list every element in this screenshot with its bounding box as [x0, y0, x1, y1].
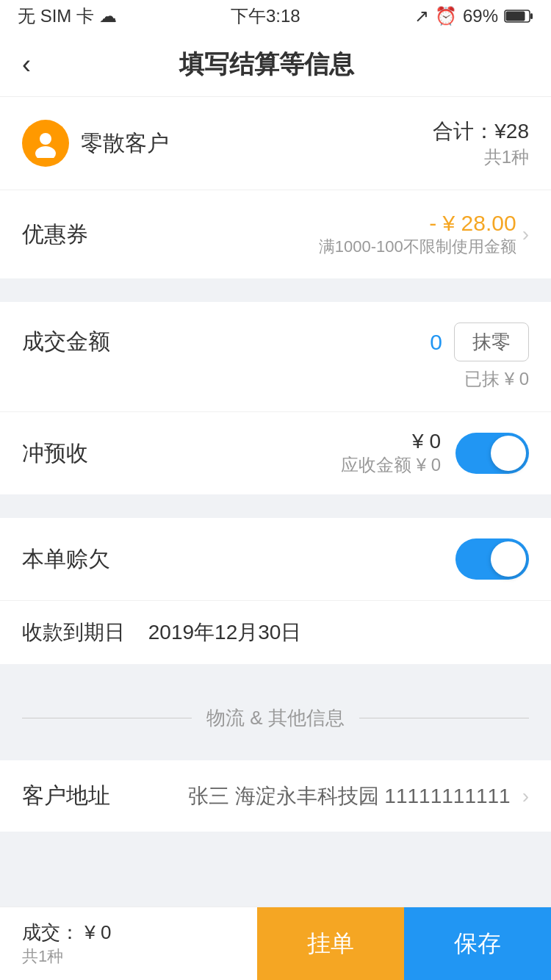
battery-level: 69%: [463, 6, 498, 26]
address-chevron-icon: ›: [522, 785, 529, 808]
customer-left: 零散客户: [22, 120, 169, 167]
credit-row: 本单赊欠: [0, 518, 551, 600]
bottom-deal-label: 成交：: [22, 921, 79, 943]
bottom-bar: 成交： ¥ 0 共1种 挂单 保存: [0, 907, 551, 980]
avatar-icon: [31, 129, 60, 158]
advance-values: ¥ 0 应收金额 ¥ 0: [341, 430, 441, 477]
amount-value[interactable]: 0: [430, 330, 442, 355]
svg-rect-2: [506, 12, 525, 21]
address-label: 客户地址: [22, 781, 110, 811]
advance-toggle[interactable]: [455, 433, 529, 474]
logistics-title: 物流 & 其他信息: [192, 705, 359, 731]
status-left: 无 SIM 卡 ☁: [18, 4, 117, 28]
bottom-actions: 挂单 保存: [257, 907, 551, 980]
chevron-right-icon: ›: [522, 223, 529, 246]
address-row[interactable]: 客户地址 张三 海淀永丰科技园 11111111111 ›: [0, 760, 551, 832]
customer-total: 合计：¥28: [433, 118, 529, 145]
advance-amount: ¥ 0: [341, 430, 441, 453]
address-value: 张三 海淀永丰科技园 11111111111: [110, 782, 522, 810]
bottom-count: 共1种: [22, 945, 235, 968]
amount-row: 成交金额 0 抹零 已抹 ¥ 0: [0, 302, 551, 411]
section-divider-1: [0, 290, 551, 302]
coupon-right: - ¥ 28.00 满1000-100不限制使用金额 ›: [319, 211, 529, 258]
svg-point-3: [40, 133, 51, 145]
logistics-section: 物流 & 其他信息: [0, 688, 551, 749]
amount-right: 0 抹零: [430, 323, 529, 361]
bottom-deal: 成交： ¥ 0: [22, 920, 235, 945]
advance-right: ¥ 0 应收金额 ¥ 0: [341, 430, 529, 477]
coupon-label: 优惠券: [22, 220, 88, 250]
coupon-amount: - ¥ 28.00: [319, 211, 516, 236]
customer-right: 合计：¥28 共1种: [433, 118, 529, 169]
section-divider-3: [0, 676, 551, 688]
status-time: 下午3:18: [231, 4, 300, 28]
duedate-row: 收款到期日 2019年12月30日: [0, 600, 551, 664]
svg-rect-1: [530, 13, 533, 19]
nav-title: 填写结算等信息: [46, 48, 488, 82]
customer-row: 零散客户 合计：¥28 共1种: [0, 97, 551, 190]
section-divider-2: [0, 506, 551, 518]
logistics-header: 物流 & 其他信息: [0, 688, 551, 749]
back-button[interactable]: ‹: [22, 49, 31, 80]
bottom-info: 成交： ¥ 0 共1种: [0, 920, 257, 968]
round-button[interactable]: 抹零: [454, 323, 529, 361]
hang-button[interactable]: 挂单: [257, 907, 404, 980]
customer-avatar: [22, 120, 69, 167]
duedate-label: 收款到期日: [22, 621, 125, 644]
amount-sub: 已抹 ¥ 0: [22, 367, 529, 391]
alarm-icon: ⏰: [435, 6, 457, 26]
location-icon: ↗: [414, 6, 429, 26]
customer-section: 零散客户 合计：¥28 共1种 优惠券 - ¥ 28.00 满1000-100不…: [0, 97, 551, 278]
nav-bar: ‹ 填写结算等信息: [0, 32, 551, 97]
amount-top: 成交金额 0 抹零: [22, 323, 529, 361]
advance-row: 冲预收 ¥ 0 应收金额 ¥ 0: [0, 411, 551, 494]
address-section: 客户地址 张三 海淀永丰科技园 11111111111 ›: [0, 760, 551, 832]
advance-label: 冲预收: [22, 439, 88, 469]
credit-toggle[interactable]: [455, 538, 529, 580]
duedate-value: 2019年12月30日: [148, 621, 302, 644]
svg-point-4: [35, 146, 56, 158]
customer-name: 零散客户: [81, 129, 169, 159]
save-button[interactable]: 保存: [404, 907, 551, 980]
credit-section: 本单赊欠 收款到期日 2019年12月30日: [0, 518, 551, 664]
amount-label: 成交金额: [22, 327, 110, 357]
coupon-right-content: - ¥ 28.00 满1000-100不限制使用金额: [319, 211, 516, 258]
customer-count: 共1种: [433, 145, 529, 169]
credit-label: 本单赊欠: [22, 544, 110, 574]
sim-status: 无 SIM 卡 ☁: [18, 4, 117, 28]
coupon-desc: 满1000-100不限制使用金额: [319, 236, 516, 258]
transaction-section: 成交金额 0 抹零 已抹 ¥ 0 冲预收 ¥ 0 应收金额 ¥ 0: [0, 302, 551, 494]
status-right: ↗ ⏰ 69%: [414, 6, 533, 26]
coupon-row[interactable]: 优惠券 - ¥ 28.00 满1000-100不限制使用金额 ›: [0, 190, 551, 278]
battery-icon: [504, 9, 533, 24]
bottom-deal-amount: ¥ 0: [84, 921, 111, 943]
advance-receivable: 应收金额 ¥ 0: [341, 453, 441, 477]
status-bar: 无 SIM 卡 ☁ 下午3:18 ↗ ⏰ 69%: [0, 0, 551, 32]
